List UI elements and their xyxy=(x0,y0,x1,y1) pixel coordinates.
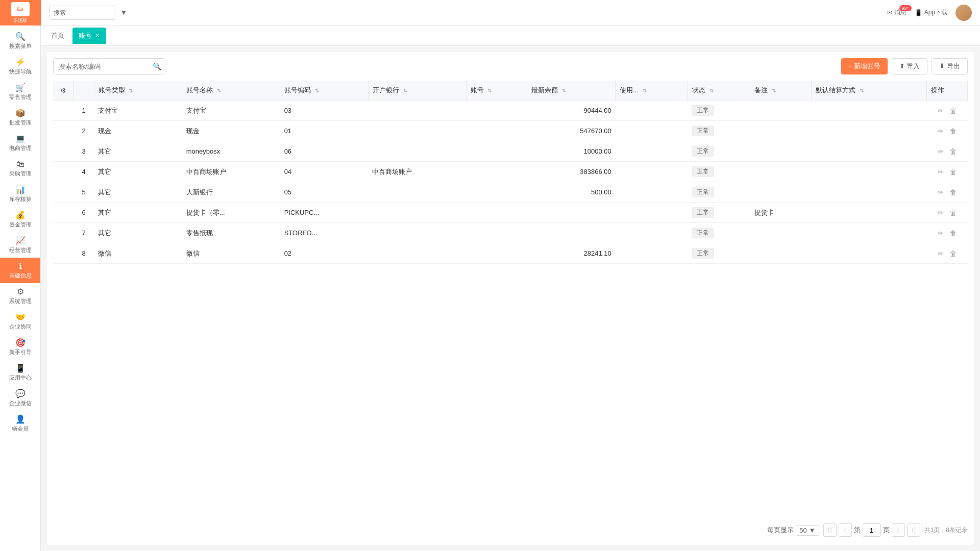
topbar-dropdown[interactable]: ▼ xyxy=(120,9,127,16)
sidebar-icon-operations-mgmt: 📈 xyxy=(15,236,26,245)
user-avatar[interactable] xyxy=(955,5,972,21)
topbar: ▼ ✉ 消息 99+ 📱 App下载 xyxy=(41,0,980,26)
th-default-payment[interactable]: 默认结算方式 ⇅ xyxy=(812,81,927,101)
delete-button-5[interactable]: 🗑 xyxy=(947,187,959,197)
sidebar-item-new-guide[interactable]: 🎯 新手引导 xyxy=(0,334,40,360)
sidebar-item-member[interactable]: 👤 畅会员 xyxy=(0,411,40,436)
cell-bank: 中百商场账户 xyxy=(368,162,466,182)
cell-latest-balance: -90444.00 xyxy=(527,101,616,121)
th-usage[interactable]: 使用... ⇅ xyxy=(616,81,688,101)
app-download-button[interactable]: 📱 App下载 xyxy=(915,8,947,17)
edit-button-3[interactable]: ✏ xyxy=(936,146,946,157)
cell-account-no xyxy=(466,223,527,243)
edit-button-7[interactable]: ✏ xyxy=(936,228,946,238)
sidebar-item-operations-mgmt[interactable]: 📈 经营管理 xyxy=(0,232,40,258)
last-page-button[interactable]: ⟩⟩ xyxy=(907,523,920,537)
topbar-left: ▼ xyxy=(49,6,127,20)
cell-account-code: 04 xyxy=(280,162,369,182)
cell-remark xyxy=(750,162,812,182)
tab-label-accounts: 账号 xyxy=(79,31,92,40)
page-nav: ⟨⟨ ⟨ 第 页 ⟩ ⟩⟩ xyxy=(823,523,920,537)
cell-account-name: 支付宝 xyxy=(182,101,280,121)
first-page-button[interactable]: ⟨⟨ xyxy=(823,523,837,537)
sidebar-item-wholesale-mgmt[interactable]: 📦 批发管理 xyxy=(0,105,40,130)
cell-status: 正常 xyxy=(688,141,750,162)
cell-default-payment xyxy=(812,182,927,203)
delete-button-7[interactable]: 🗑 xyxy=(947,228,959,238)
delete-button-4[interactable]: 🗑 xyxy=(947,167,959,177)
delete-button-1[interactable]: 🗑 xyxy=(947,106,959,116)
sidebar-item-purchase-mgmt[interactable]: 🛍 采购管理 xyxy=(0,156,40,181)
cell-default-payment xyxy=(812,121,927,141)
import-button[interactable]: ⬆ 导入 xyxy=(892,58,928,74)
search-icon[interactable]: 🔍 xyxy=(153,62,161,70)
delete-button-8[interactable]: 🗑 xyxy=(947,248,959,259)
cell-account-no xyxy=(466,243,527,264)
cell-default-payment xyxy=(812,162,927,182)
cell-action: ✏ 🗑 xyxy=(927,141,968,162)
cell-action: ✏ 🗑 xyxy=(927,162,968,182)
th-settings[interactable]: ⚙ xyxy=(53,81,74,101)
cell-usage xyxy=(616,243,688,264)
tab-close-accounts[interactable]: ✕ xyxy=(95,32,100,39)
th-remark[interactable]: 备注 ⇅ xyxy=(750,81,812,101)
sidebar-item-app-center[interactable]: 📱 应用中心 xyxy=(0,360,40,385)
sidebar-item-finance-mgmt[interactable]: 💰 资金管理 xyxy=(0,207,40,232)
add-account-button[interactable]: + 新增账号 xyxy=(841,58,888,74)
sidebar-item-enterprise-wechat[interactable]: 💬 企业微信 xyxy=(0,385,40,411)
cell-remark xyxy=(750,223,812,243)
delete-button-2[interactable]: 🗑 xyxy=(947,126,959,136)
edit-button-4[interactable]: ✏ xyxy=(936,167,946,177)
toolbar: 🔍 + 新增账号 ⬆ 导入 ⬇ 导出 xyxy=(53,58,968,74)
page-input[interactable] xyxy=(863,523,881,537)
topbar-search-input[interactable] xyxy=(49,6,115,20)
sidebar-item-basic-info[interactable]: ℹ 基础信息 xyxy=(0,258,40,283)
th-latest-balance[interactable]: 最新余额 ⇅ xyxy=(527,81,616,101)
edit-button-6[interactable]: ✏ xyxy=(936,208,946,218)
export-button[interactable]: ⬇ 导出 xyxy=(932,58,968,74)
table-row: 7 其它 零售抵现 STORED... 正常 ✏ 🗑 xyxy=(53,223,968,243)
cell-bank xyxy=(368,243,466,264)
search-wrap: 🔍 xyxy=(53,58,165,74)
cell-account-name: 提货卡（零... xyxy=(182,203,280,223)
delete-button-3[interactable]: 🗑 xyxy=(947,146,959,157)
sidebar-item-enterprise-agreement[interactable]: 🤝 企业协同 xyxy=(0,309,40,334)
sidebar-item-system-mgmt[interactable]: ⚙ 系统管理 xyxy=(0,283,40,309)
sidebar-item-search-menu[interactable]: 🔍 搜索菜单 xyxy=(0,28,40,54)
th-account-name[interactable]: 账号名称 ⇅ xyxy=(182,81,280,101)
tab-home[interactable]: 首页 xyxy=(45,28,70,44)
sidebar-item-ecommerce-mgmt[interactable]: 💻 电商管理 xyxy=(0,130,40,156)
th-account-no[interactable]: 账号 ⇅ xyxy=(466,81,527,101)
tab-accounts[interactable]: 账号✕ xyxy=(72,28,106,44)
page-suffix: 页 xyxy=(883,525,890,535)
th-status[interactable]: 状态 ⇅ xyxy=(688,81,750,101)
edit-button-8[interactable]: ✏ xyxy=(936,248,946,259)
sidebar-item-inventory[interactable]: 📊 库存核算 xyxy=(0,181,40,207)
sidebar-item-retail-mgmt[interactable]: 🛒 零售管理 xyxy=(0,79,40,105)
sidebar-label-enterprise-agreement: 企业协同 xyxy=(9,323,32,331)
message-button[interactable]: ✉ 消息 99+ xyxy=(887,8,906,17)
prev-page-button[interactable]: ⟨ xyxy=(839,523,852,537)
cell-num: 4 xyxy=(74,162,94,182)
th-bank[interactable]: 开户银行 ⇅ xyxy=(368,81,466,101)
table-row: 2 现金 现金 01 547670.00 正常 ✏ 🗑 xyxy=(53,121,968,141)
sidebar-item-quick-nav[interactable]: ⚡ 快捷导航 xyxy=(0,54,40,79)
delete-button-6[interactable]: 🗑 xyxy=(947,208,959,218)
table-header-row: ⚙ 账号类型 ⇅ 账号名称 ⇅ 账号编码 ⇅ 开户银行 ⇅ 账号 ⇅ 最新余额 … xyxy=(53,81,968,101)
edit-button-5[interactable]: ✏ xyxy=(936,187,946,197)
account-search-input[interactable] xyxy=(53,58,165,74)
app-logo: Ea 乐观版 xyxy=(0,0,41,26)
cell-account-code: 02 xyxy=(280,243,369,264)
sidebar-label-wholesale-mgmt: 批发管理 xyxy=(9,119,32,127)
th-account-type[interactable]: 账号类型 ⇅ xyxy=(94,81,182,101)
table-row: 8 微信 微信 02 28241.10 正常 ✏ 🗑 xyxy=(53,243,968,264)
cell-account-name: moneybosx xyxy=(182,141,280,162)
sidebar-label-retail-mgmt: 零售管理 xyxy=(9,93,32,101)
page-size-dropdown[interactable]: 50 ▼ xyxy=(796,525,819,536)
cell-status: 正常 xyxy=(688,101,750,121)
th-account-code[interactable]: 账号编码 ⇅ xyxy=(280,81,369,101)
edit-button-2[interactable]: ✏ xyxy=(936,126,946,136)
cell-account-code: STORED... xyxy=(280,223,369,243)
edit-button-1[interactable]: ✏ xyxy=(936,106,946,116)
next-page-button[interactable]: ⟩ xyxy=(892,523,905,537)
